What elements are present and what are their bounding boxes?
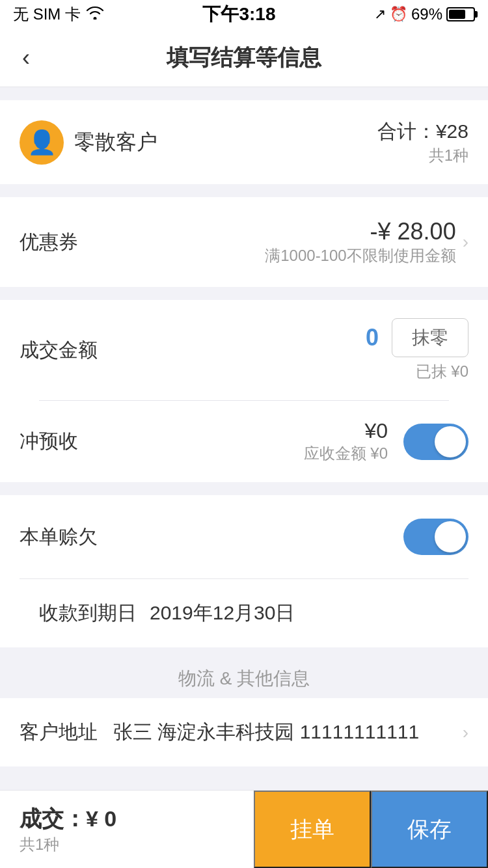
customer-total: 合计：¥28 共1种 bbox=[377, 118, 468, 166]
due-date-value: 2019年12月30日 bbox=[150, 600, 295, 627]
bottom-deal: 成交：¥ 0 bbox=[20, 804, 234, 834]
section-divider bbox=[0, 647, 488, 659]
wifi-icon bbox=[86, 5, 104, 23]
location-icon: ↗ bbox=[374, 6, 386, 23]
precollect-toggle[interactable] bbox=[403, 424, 468, 460]
logistics-label: 物流 & 其他信息 bbox=[178, 666, 310, 691]
bottom-deal-label: 成交： bbox=[20, 806, 86, 831]
deal-sub-text: 已抹 ¥0 bbox=[416, 361, 468, 382]
precollect-right: ¥0 应收金额 ¥0 bbox=[304, 419, 468, 464]
alarm-icon: ⏰ bbox=[390, 6, 407, 23]
bottom-count: 共1种 bbox=[20, 834, 234, 855]
user-icon: 👤 bbox=[27, 129, 57, 156]
due-date-label: 收款到期日 bbox=[39, 600, 137, 627]
status-left: 无 SIM 卡 bbox=[13, 4, 104, 25]
status-bar: 无 SIM 卡 下午3:18 ↗ ⏰ 69% bbox=[0, 0, 488, 29]
address-row[interactable]: 客户地址 张三 海淀永丰科技园 11111111111 › bbox=[0, 698, 488, 766]
deal-amount-label: 成交金额 bbox=[20, 337, 98, 364]
address-value: 张三 海淀永丰科技园 11111111111 bbox=[113, 719, 456, 746]
coupon-desc: 满1000-100不限制使用金额 bbox=[265, 245, 455, 266]
round-button[interactable]: 抹零 bbox=[392, 318, 468, 357]
debt-toggle-knob bbox=[435, 521, 466, 552]
pending-button[interactable]: 挂单 bbox=[254, 791, 371, 868]
bottom-bar: 成交：¥ 0 共1种 挂单 保存 bbox=[0, 790, 488, 868]
precollect-row: 冲预收 ¥0 应收金额 ¥0 bbox=[20, 401, 468, 482]
total-count: 共1种 bbox=[377, 145, 468, 166]
debt-label: 本单赊欠 bbox=[20, 524, 98, 550]
status-time: 下午3:18 bbox=[202, 2, 275, 27]
coupon-right: -¥ 28.00 满1000-100不限制使用金额 › bbox=[265, 218, 468, 266]
coupon-amount: -¥ 28.00 bbox=[265, 218, 455, 245]
precollect-label: 冲预收 bbox=[20, 428, 78, 455]
date-row: 收款到期日 2019年12月30日 bbox=[20, 578, 468, 647]
avatar: 👤 bbox=[20, 120, 64, 165]
address-label: 客户地址 bbox=[20, 719, 98, 746]
status-right: ↗ ⏰ 69% bbox=[374, 5, 475, 23]
main-content: 👤 零散客户 合计：¥28 共1种 优惠券 -¥ 28.00 满1000-100… bbox=[0, 100, 488, 864]
deal-amount-value: 0 bbox=[366, 324, 379, 351]
chevron-right-icon: › bbox=[463, 232, 468, 252]
debt-toggle[interactable] bbox=[403, 519, 468, 555]
deal-amount-row: 成交金额 0 抹零 已抹 ¥0 bbox=[20, 300, 468, 400]
customer-info: 👤 零散客户 bbox=[20, 120, 157, 165]
nav-bar: ‹ 填写结算等信息 bbox=[0, 29, 488, 87]
battery-percent: 69% bbox=[411, 5, 442, 23]
bottom-deal-amount: ¥ 0 bbox=[86, 806, 116, 831]
total-amount: 合计：¥28 bbox=[377, 118, 468, 145]
save-button[interactable]: 保存 bbox=[371, 791, 488, 868]
deal-amount-right: 0 抹零 bbox=[366, 318, 468, 357]
address-chevron-icon: › bbox=[463, 722, 468, 743]
coupon-row[interactable]: 优惠券 -¥ 28.00 满1000-100不限制使用金额 › bbox=[0, 197, 488, 287]
precollect-amount: ¥0 bbox=[304, 419, 388, 443]
page-title: 填写结算等信息 bbox=[167, 43, 321, 73]
customer-row: 👤 零散客户 合计：¥28 共1种 bbox=[0, 100, 488, 184]
logistics-section: 物流 & 其他信息 bbox=[0, 659, 488, 698]
customer-name: 零散客户 bbox=[74, 128, 157, 157]
toggle-knob bbox=[435, 426, 466, 457]
debt-row: 本单赊欠 bbox=[20, 495, 468, 578]
coupon-label: 优惠券 bbox=[20, 229, 78, 256]
no-sim-label: 无 SIM 卡 bbox=[13, 4, 81, 25]
back-button[interactable]: ‹ bbox=[16, 38, 36, 78]
battery-icon bbox=[446, 7, 475, 21]
bottom-info: 成交：¥ 0 共1种 bbox=[0, 791, 254, 868]
precollect-sub: 应收金额 ¥0 bbox=[304, 443, 388, 464]
